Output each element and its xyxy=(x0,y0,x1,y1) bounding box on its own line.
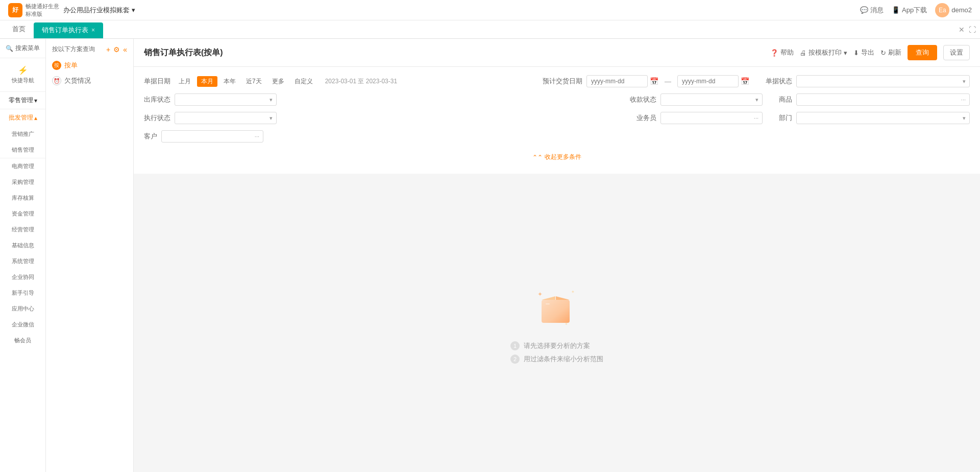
customer-input[interactable] xyxy=(161,130,263,143)
salesrep-input[interactable] xyxy=(660,112,763,124)
btn-last-month[interactable]: 上月 xyxy=(175,76,195,87)
collapse-btn[interactable]: ⌃⌃ 收起更多条件 xyxy=(532,151,581,163)
wholesale-label: 批发管理 xyxy=(9,113,33,122)
user-menu[interactable]: Ea demo2 xyxy=(935,3,972,17)
sidebar-item-quicknav[interactable]: ⚡ 快捷导航 xyxy=(0,61,45,88)
sidebar-item-newbie[interactable]: 新手引导 xyxy=(0,285,45,301)
date-range-text: 2023-03-01 至 2023-03-31 xyxy=(325,77,397,86)
doc-status-label: 单据状态 xyxy=(766,77,792,86)
doc-status-select[interactable] xyxy=(796,75,970,87)
sidebar-item-wholesale[interactable]: 批发管理 ▴ xyxy=(0,109,45,126)
cal-from-icon[interactable]: 📅 xyxy=(650,77,658,85)
settings-scheme-btn[interactable]: ⚙ xyxy=(113,45,120,54)
tab-home[interactable]: 首页 xyxy=(4,20,34,38)
sidebar-search[interactable]: 🔍 搜索菜单 xyxy=(0,39,45,58)
scheme-item-owe[interactable]: ⏰ 欠货情况 xyxy=(46,73,133,88)
filter-salesrep-item: 业务员 xyxy=(636,112,763,124)
dept-label: 部门 xyxy=(779,113,792,123)
customer-input-wrapper xyxy=(161,130,263,143)
close-window-icon[interactable]: ✕ xyxy=(959,26,965,34)
retail-label: 零售管理 xyxy=(9,96,33,105)
sidebar-item-inventory[interactable]: 库存核算 xyxy=(0,190,45,206)
search-btn[interactable]: 查询 xyxy=(908,45,937,60)
filter-row-4: 客户 xyxy=(144,130,970,143)
sidebar-item-ecommerce[interactable]: 电商管理 xyxy=(0,158,45,174)
print-btn[interactable]: 🖨 按模板打印 ▾ xyxy=(800,48,847,57)
app-selector[interactable]: 办公用品行业模拟账套 ▾ xyxy=(63,6,135,15)
refresh-icon: ↻ xyxy=(880,49,886,57)
btn-custom[interactable]: 自定义 xyxy=(290,76,317,87)
print-chevron-icon: ▾ xyxy=(844,49,847,57)
sidebar-item-basic[interactable]: 基础信息 xyxy=(0,238,45,253)
tab-sales-exec[interactable]: 销售订单执行表 × xyxy=(34,22,103,38)
hint-item-2: 2 用过滤条件来缩小分析范围 xyxy=(510,355,603,364)
add-scheme-btn[interactable]: + xyxy=(106,45,110,54)
setting-btn[interactable]: 设置 xyxy=(943,45,970,60)
customer-label: 客户 xyxy=(144,132,157,141)
date-sep: — xyxy=(665,78,671,85)
hint-num-1: 1 xyxy=(510,341,520,350)
refresh-btn[interactable]: ↻ 刷新 xyxy=(880,48,901,57)
sidebar-item-marketing[interactable]: 营销推广 xyxy=(0,126,45,142)
logo-icon: 好 xyxy=(8,3,22,17)
btn-this-month[interactable]: 本月 xyxy=(197,76,217,87)
tab-sales-label: 销售订单执行表 xyxy=(42,26,88,35)
scheme-order-label: 按单 xyxy=(64,61,78,70)
help-btn[interactable]: ❓ 帮助 xyxy=(770,48,794,57)
left-panel-header: 按以下方案查询 + ⚙ « xyxy=(46,43,133,58)
sidebar-item-finance[interactable]: 资金管理 xyxy=(0,206,45,222)
btn-last-7[interactable]: 近7天 xyxy=(242,76,266,87)
expected-date-to-input[interactable] xyxy=(677,75,739,87)
sidebar-item-member[interactable]: 畅会员 xyxy=(0,333,45,348)
page-title: 销售订单执行表(按单) xyxy=(144,48,223,64)
search-menu-btn[interactable]: 🔍 搜索菜单 xyxy=(4,44,41,53)
collapse-label: 收起更多条件 xyxy=(545,153,581,161)
filter-expected-date-item: 预计交货日期 📅 — 📅 xyxy=(543,75,749,87)
sidebar-item-enterprise[interactable]: 企业协同 xyxy=(0,269,45,285)
main-layout: 🔍 搜索菜单 ⚡ 快捷导航 零售管理 ▾ 批发管理 ▴ 营销推广 xyxy=(0,39,980,472)
chevron-up-icon: ▴ xyxy=(34,114,37,122)
sidebar-group-wholesale: 批发管理 ▴ 营销推广 销售管理 xyxy=(0,109,45,158)
empty-hints: 1 请先选择要分析的方案 2 用过滤条件来缩小分析范围 xyxy=(510,341,603,364)
chevron-icon: ▾ xyxy=(34,97,37,104)
tab-home-label: 首页 xyxy=(12,25,26,34)
message-btn[interactable]: 💬 消息 xyxy=(860,6,884,15)
sidebar-item-sales[interactable]: 销售管理 xyxy=(0,142,45,158)
download-icon: 📱 xyxy=(892,6,900,14)
sidebar-group-retail: 零售管理 ▾ xyxy=(0,92,45,109)
export-icon: ⬇ xyxy=(853,49,859,57)
scheme-order-icon: 按 xyxy=(52,61,61,70)
chevron-down-icon: ▾ xyxy=(132,6,135,14)
tab-close-icon[interactable]: × xyxy=(91,27,95,34)
app-download-btn[interactable]: 📱 App下载 xyxy=(892,6,927,15)
sidebar-item-wechat[interactable]: 企业微信 xyxy=(0,317,45,333)
sidebar-item-retail[interactable]: 零售管理 ▾ xyxy=(0,92,45,109)
out-status-select-wrapper xyxy=(175,93,277,106)
collapse-panel-btn[interactable]: « xyxy=(123,45,127,54)
btn-more[interactable]: 更多 xyxy=(268,76,288,87)
salesrep-input-wrapper xyxy=(660,112,763,124)
scheme-item-order[interactable]: 按 按单 xyxy=(46,58,133,73)
collapse-up-icon: ⌃⌃ xyxy=(532,154,543,161)
dept-select[interactable] xyxy=(796,112,970,124)
sidebar-item-appstore[interactable]: 应用中心 xyxy=(0,301,45,317)
filter-out-status-item: 出库状态 xyxy=(144,93,277,106)
expand-icon[interactable]: ⛶ xyxy=(969,26,976,34)
sidebar-nav-section: ⚡ 快捷导航 xyxy=(0,58,45,92)
out-status-select[interactable] xyxy=(175,93,277,106)
svg-text:✦: ✦ xyxy=(565,322,568,326)
receive-status-select-wrapper xyxy=(660,93,763,106)
receive-status-select[interactable] xyxy=(660,93,763,106)
filter-doc-status-item: 单据状态 xyxy=(766,75,970,87)
goods-input[interactable] xyxy=(796,93,970,106)
export-btn[interactable]: ⬇ 导出 xyxy=(853,48,874,57)
sidebar-item-system[interactable]: 系统管理 xyxy=(0,253,45,269)
sidebar-item-purchase[interactable]: 采购管理 xyxy=(0,174,45,190)
btn-this-year[interactable]: 本年 xyxy=(219,76,240,87)
filter-date-item: 单据日期 上月 本月 本年 近7天 更多 自定义 xyxy=(144,76,317,87)
cal-to-icon[interactable]: 📅 xyxy=(741,77,749,85)
expected-date-from-input[interactable] xyxy=(586,75,648,87)
ecommerce-label: 电商管理 xyxy=(12,162,34,170)
sidebar-item-operations[interactable]: 经营管理 xyxy=(0,222,45,238)
exec-status-select[interactable] xyxy=(175,112,277,124)
